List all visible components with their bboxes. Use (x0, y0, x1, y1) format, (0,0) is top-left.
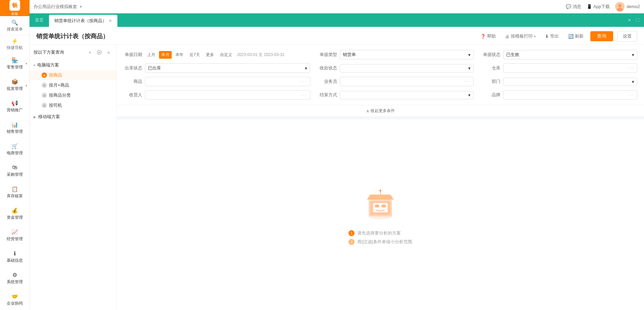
sidebar-system-label: 系统管理 (7, 279, 23, 285)
sidebar-item-purchase[interactable]: 🛍 采购管理 (0, 160, 29, 182)
date-btn-custom[interactable]: 自定义 (218, 51, 234, 59)
sidebar-item-basic[interactable]: ℹ 基础信息 (0, 246, 29, 267)
tab-close-icon[interactable]: ✕ (109, 18, 112, 23)
sidebar-item-sales[interactable]: 📊 销售管理 (0, 117, 29, 139)
tip-num-1: 1 (348, 230, 355, 236)
date-btn-7days[interactable]: 近7天 (187, 51, 202, 59)
help-button[interactable]: ❓ 帮助 (478, 32, 498, 41)
message-action[interactable]: 💬 消息 (566, 4, 581, 10)
tab-home-label: 首页 (35, 17, 44, 23)
add-scheme-button[interactable]: + (86, 49, 94, 56)
receiptstatus-arrow-icon: ▾ (468, 66, 471, 71)
filter-row-4: 收货人 ··· 结算方式 ▾ (123, 90, 637, 100)
empty-state: 1 请先选择要分析的方案 2 用[过滤]条件来缩小分析范围 (117, 119, 644, 310)
collapse-panel-button[interactable]: « (105, 49, 112, 56)
salesperson-input[interactable]: ··· (340, 77, 474, 86)
tree-section-mobile[interactable]: ▶ 移动端方案 (30, 112, 116, 122)
tree-parent-desktop[interactable]: ▾ 电脑端方案 (30, 60, 116, 70)
date-group: 上月 本月 本年 近7天 更多 自定义 2023-03-01 至 2023-03… (145, 51, 310, 59)
sidebar-collab-label: 企业协同 (7, 301, 23, 306)
brand-input[interactable]: ··· (503, 90, 637, 100)
export-button[interactable]: ⬇ 导出 (542, 32, 561, 41)
receiver-label: 收货人 (123, 92, 142, 98)
tree-child-by-month-goods[interactable]: ⊞ 按月+商品 (30, 80, 116, 90)
tab-home[interactable]: 首页 (30, 13, 49, 27)
sidebar-purchase-label: 采购管理 (7, 172, 23, 177)
sidebar-item-quicknav[interactable]: ⚡ 快捷导航 (0, 35, 29, 53)
query-button[interactable]: 查询 (590, 31, 613, 41)
tree-arrow-mobile: ▶ (34, 115, 36, 119)
export-label: 导出 (550, 33, 559, 39)
tab-sales-stats[interactable]: 销货单统计计表（按商品） ✕ (49, 15, 117, 27)
sidebar-item-collab[interactable]: 🤝 企业协同 (0, 289, 29, 310)
dept-select[interactable]: ▾ (503, 78, 637, 86)
sidebar-item-retail[interactable]: 🏪 零售管理 ▾ (0, 53, 29, 74)
filter-warehousestatus: 出库状态 已出库 ▾ (123, 63, 310, 73)
doctype-label: 单据类型 (318, 52, 337, 58)
sidebar-item-finance[interactable]: 💰 资金管理 (0, 203, 29, 224)
receiptstatus-label: 收款状态 (318, 65, 337, 71)
tree-child-by-category[interactable]: ⊞ 按商品分类 (30, 90, 116, 100)
refresh-button[interactable]: 🔄 刷新 (566, 32, 586, 41)
settlement-select[interactable]: ▾ (340, 91, 474, 99)
scheme-grid-icon-3: ⊞ (42, 103, 47, 108)
sidebar-item-ecommerce[interactable]: 🛒 电商管理 (0, 139, 29, 160)
right-main: 单据日期 上月 本月 本年 近7天 更多 自定义 2023-03-01 至 20… (117, 45, 644, 310)
date-control: 上月 本月 本年 近7天 更多 自定义 2023-03-01 至 2023-03… (145, 51, 310, 59)
date-btn-lastmonth[interactable]: 上月 (145, 51, 158, 59)
settings-button[interactable]: 设置 (617, 31, 637, 42)
tree-section-desktop: ▾ 电脑端方案 ● 按商品 ⊞ 按月+商品 ⊞ 按商品分类 (30, 59, 116, 112)
sidebar-item-search[interactable]: 🔍 搜索菜单 (0, 16, 29, 35)
sidebar-basic-label: 基础信息 (7, 258, 23, 263)
tip-text-2: 用[过滤]条件来缩小分析范围 (357, 239, 412, 245)
svg-rect-11 (375, 205, 379, 207)
tree-child-by-goods[interactable]: ● 按商品 (30, 70, 116, 80)
breadcrumb: 办公用品行业模拟账套 (34, 4, 77, 10)
goods-dots-icon: ··· (301, 79, 307, 85)
filter-goods: 商品 ··· (123, 77, 310, 86)
app-download-action[interactable]: 📱 App下载 (587, 4, 610, 10)
doctype-value: 销货单 (343, 52, 356, 58)
sidebar-item-operations[interactable]: 📈 经营管理 (0, 224, 29, 246)
sidebar-item-marketing[interactable]: 📢 营销推广 (0, 96, 29, 117)
receiver-input[interactable]: ··· (145, 90, 310, 100)
print-button[interactable]: 🖨 按模板打印 ▾ (502, 32, 538, 41)
warehouse-input[interactable]: ··· (503, 63, 637, 73)
sidebar-item-wholesale[interactable]: 📦 批发管理 ▴ (0, 74, 29, 96)
tree-child-by-driver[interactable]: ⊞ 按司机 (30, 100, 116, 110)
tab-bar: 首页 销货单统计计表（按商品） ✕ ✕ ⛶ (30, 13, 644, 27)
receiver-dots-icon: ··· (301, 92, 307, 98)
sidebar-wholesale-label: 批发管理 (7, 86, 23, 92)
doctype-select[interactable]: 销货单 ▾ (340, 50, 474, 59)
warehousestatus-select[interactable]: 已出库 ▾ (145, 63, 310, 73)
svg-rect-12 (382, 205, 386, 207)
filter-salesperson: 业务员 ··· (318, 77, 474, 86)
page-content: 销货单统计计表（按商品） ❓ 帮助 🖨 按模板打印 ▾ ⬇ 导出 🔄 刷新 (30, 27, 644, 310)
date-btn-thismonth[interactable]: 本月 (159, 51, 172, 59)
user-profile[interactable]: demo2 (615, 2, 640, 11)
tab-sales-stats-label: 销货单统计计表（按商品） (54, 18, 107, 24)
goods-input[interactable]: ··· (145, 77, 310, 86)
collapse-bar[interactable]: ∧ 收起更多条件 (117, 105, 644, 117)
sidebar-item-inventory[interactable]: 📋 库存核算 (0, 182, 29, 203)
sidebar-ecommerce-label: 电商管理 (7, 150, 23, 156)
docstatus-select[interactable]: 已生效 ▾ (503, 50, 637, 59)
breadcrumb-dropdown[interactable]: ▾ (80, 4, 82, 9)
edit-scheme-button[interactable] (96, 49, 103, 56)
salesperson-label: 业务员 (318, 79, 337, 85)
message-label: 消息 (573, 4, 581, 10)
date-btn-more[interactable]: 更多 (204, 51, 216, 59)
sidebar-item-system[interactable]: ⚙ 系统管理 (0, 267, 29, 289)
window-maximize-btn[interactable]: ⛶ (635, 17, 640, 23)
avatar (615, 2, 625, 11)
docstatus-value: 已生效 (506, 52, 519, 58)
svg-point-14 (379, 190, 381, 192)
window-close-btn[interactable]: ✕ (627, 17, 632, 23)
receiptstatus-select[interactable]: ▾ (340, 64, 474, 72)
refresh-label: 刷新 (575, 33, 584, 39)
content-area: 按以下方案查询 + « ▾ 电脑端方案 ● (30, 45, 644, 310)
date-btn-thisyear[interactable]: 本年 (173, 51, 186, 59)
app-logo[interactable]: 畅 标版 (0, 0, 30, 16)
print-label: 按模板打印 (511, 33, 533, 39)
left-panel: 按以下方案查询 + « ▾ 电脑端方案 ● (30, 45, 117, 310)
